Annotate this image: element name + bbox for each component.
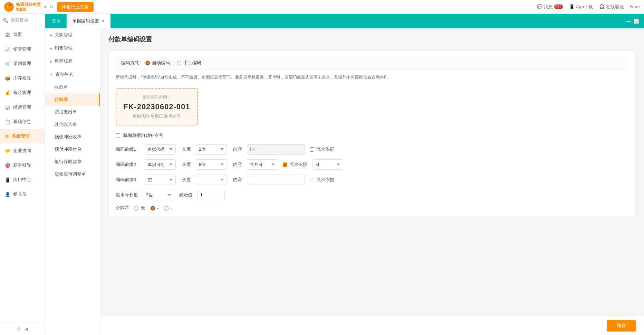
sidebar-item-system[interactable]: ⚙ 系统管理	[0, 129, 45, 143]
menu-group-inventory[interactable]: ▶ 库存核算	[45, 55, 100, 68]
service-btn[interactable]: 🎧 在线客服	[599, 4, 624, 10]
menu-group-sales-label: 销售管理	[55, 45, 73, 51]
sep-none-radio[interactable]	[134, 206, 138, 211]
sidebar-item-finance[interactable]: 💰 资金管理	[0, 85, 45, 100]
auto-encoding-label: 自动编码	[152, 60, 170, 66]
sidebar-item-member[interactable]: 👤 畅会员	[0, 187, 45, 202]
menu-group-purchase[interactable]: ▶ 采购管理	[45, 28, 100, 41]
sep-dash-radio[interactable]	[151, 206, 155, 211]
experience-btn[interactable]: 体验行业方案	[57, 2, 94, 12]
manual-encoding-radio[interactable]	[177, 61, 181, 65]
apps-icon: 📱	[5, 177, 10, 183]
brand-line2: 培益版	[16, 7, 41, 11]
prefix2-label: 编码前缀2	[116, 161, 140, 168]
content2-select[interactable]: 年月日	[247, 159, 278, 170]
serial-length-select[interactable]: 3位	[143, 190, 174, 200]
start-value-input[interactable]	[197, 190, 225, 200]
tab-serial-settings[interactable]: 单据编码设置 ✕	[67, 14, 110, 28]
manual-encoding-option[interactable]: 手工编码	[177, 60, 201, 66]
sep-dot-option[interactable]: .	[164, 206, 172, 211]
sidebar-item-inventory[interactable]: 📦 库存核算	[0, 71, 45, 85]
brand-line1: 畅通逍好生意	[16, 2, 41, 7]
menu-group-capital[interactable]: ▼ 资金往来	[45, 68, 100, 81]
sidebar-item-purchase[interactable]: 🛒 采购管理	[0, 56, 45, 71]
submenu-bank-deposit[interactable]: 银行存取款单	[45, 156, 100, 168]
user-name: Nare	[630, 4, 640, 9]
tab-minimize-icon[interactable]: —	[626, 19, 631, 24]
sep-none-option[interactable]: 无	[134, 205, 145, 211]
sidebar-item-operation[interactable]: 📊 经营管理	[0, 100, 45, 114]
sidebar-item-guide[interactable]: 🎯 新手引导	[0, 158, 45, 173]
operation-icon: 📊	[5, 105, 10, 110]
tab-close-icon[interactable]: ✕	[101, 19, 105, 24]
system-icon: ⚙	[5, 134, 9, 139]
stream1-checkbox[interactable]	[310, 147, 314, 152]
message-badge: 99+	[554, 4, 563, 9]
message-btn[interactable]: 💬 消息 99+	[537, 4, 563, 10]
auto-encoding-option[interactable]: 自动编码	[145, 60, 170, 66]
submenu-receipt[interactable]: 收款单	[45, 81, 100, 93]
length3-select[interactable]	[196, 175, 227, 185]
top-bar: 🍊 畅通逍好生意 培益版 ▾ ⚙ 体验行业方案 💬 消息 99+ 📱 App下载…	[0, 0, 644, 14]
sidebar-item-home[interactable]: 🏠 首页	[0, 27, 45, 42]
stream2-checkbox[interactable]	[283, 162, 287, 167]
stream2-period-select[interactable]: 日	[312, 159, 343, 170]
chevron-capital-icon: ▼	[50, 73, 53, 76]
sidebar-item-apps[interactable]: 📱 应用中心	[0, 173, 45, 187]
brand: 🍊 畅通逍好生意 培益版	[4, 2, 41, 12]
capital-submenu: 收款单 付款单 费用支出单 其他收入单 预收冲应收单 预付冲应付单 银行存取款单…	[45, 81, 100, 180]
prefix-row-3: 编码前缀3 空 长度 内容 流水	[116, 175, 628, 185]
user-menu[interactable]: Nare	[630, 4, 640, 9]
prefix2-select[interactable]: 单据日期	[145, 159, 176, 170]
prefix3-select[interactable]: 空	[145, 175, 176, 185]
submenu-prepay-receive[interactable]: 预收冲应收单	[45, 131, 100, 143]
menu-group-capital-label: 资金往来	[55, 71, 73, 77]
settings-nav[interactable]: ⚙	[50, 4, 54, 9]
sidebar-collapse-icon[interactable]: ◀	[25, 326, 28, 332]
auto-encoding-radio[interactable]	[145, 61, 150, 65]
app-download-btn[interactable]: 📱 App下载	[569, 4, 593, 10]
brand-text: 畅通逍好生意 培益版	[16, 2, 41, 11]
chevron-inventory-icon: ▶	[50, 59, 52, 63]
stream1-label: 流水依据	[316, 146, 334, 152]
length2-select[interactable]: 8位	[196, 159, 227, 170]
stream3-checkbox[interactable]	[310, 178, 314, 182]
prefix1-label: 编码前缀1	[116, 146, 140, 152]
content3-input[interactable]	[247, 175, 305, 185]
submenu-payment[interactable]: 付款单	[45, 93, 100, 106]
sep-dash-option[interactable]: -	[151, 206, 158, 211]
tab-maximize-icon[interactable]: ⬜	[634, 19, 639, 24]
submenu-expense[interactable]: 费用支出单	[45, 106, 100, 118]
menu-group-inventory-label: 库存核算	[55, 58, 73, 64]
sidebar-settings-icon[interactable]: ⚙	[17, 326, 21, 332]
sidebar-item-sales[interactable]: 📈 销售管理	[0, 42, 45, 56]
submenu-other-income[interactable]: 其他收入单	[45, 118, 100, 131]
page-body: 付款单编码设置 编码方式 自动编码	[100, 28, 644, 316]
prefix-row-1: 编码前缀1 单据代码 长度 2位 内容	[116, 144, 628, 155]
save-button[interactable]: 保存	[607, 320, 636, 332]
tab-home[interactable]: 首页	[46, 14, 67, 28]
sidebar-item-enterprise[interactable]: 🤝 企业协同	[0, 143, 45, 158]
message-icon: 💬	[537, 4, 542, 9]
search-menu[interactable]: 🔍 搜索菜单	[0, 14, 45, 27]
submenu-receivable-adj[interactable]: 应收应付调整单	[45, 168, 100, 180]
menu-group-sales[interactable]: ▶ 销售管理	[45, 41, 100, 55]
sidebar-label-purchase: 采购管理	[13, 61, 31, 67]
sidebar-label-operation: 经营管理	[13, 104, 31, 110]
sep-dot-label: .	[171, 206, 172, 211]
serial-row: 流水号长度 3位 起始值	[116, 190, 628, 200]
sidebar-label-system: 系统管理	[12, 133, 30, 139]
nav-dropdown[interactable]: ▾	[44, 4, 46, 9]
auto-fill-checkbox[interactable]	[116, 133, 120, 138]
search-label: 搜索菜单	[10, 17, 28, 24]
sep-none-label: 无	[141, 205, 145, 211]
main-content: 付款单编码设置 编码方式 自动编码	[100, 28, 644, 335]
enterprise-icon: 🤝	[5, 148, 10, 153]
sep-dot-radio[interactable]	[164, 206, 169, 211]
prefix1-select[interactable]: 单据代码	[145, 144, 176, 155]
submenu-prepay-payment[interactable]: 预付冲应付单	[45, 143, 100, 156]
download-icon: 📱	[569, 4, 575, 9]
length1-select[interactable]: 2位	[196, 144, 227, 155]
sidebar-item-basic[interactable]: 📋 基础信息	[0, 114, 45, 129]
download-label: App下载	[576, 4, 593, 10]
